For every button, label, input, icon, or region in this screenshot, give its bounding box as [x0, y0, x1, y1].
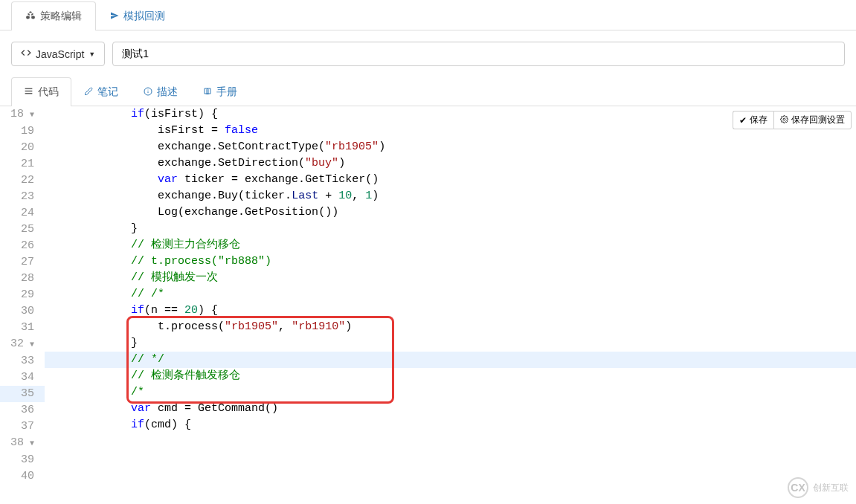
book-icon: [203, 86, 212, 98]
line-number: 34: [0, 369, 45, 386]
line-number: 25: [0, 222, 45, 238]
line-number: 39: [0, 452, 45, 468]
code-line[interactable]: exchange.SetDirection("buy"): [45, 155, 856, 172]
save-button[interactable]: ✔ 保存: [733, 111, 773, 129]
code-content[interactable]: if(isFirst) { isFirst = false exchange.S…: [45, 106, 856, 485]
gear-icon: [780, 115, 788, 126]
save-settings-button[interactable]: 保存回测设置: [773, 111, 852, 129]
code-line[interactable]: exchange.Buy(ticker.Last + 10, 1): [45, 188, 856, 204]
code-line[interactable]: if(n == 20) {: [45, 303, 856, 319]
code-editor[interactable]: 18 ▼1920212223242526272829303132 ▼333435…: [0, 106, 856, 485]
line-number: 33: [0, 353, 45, 369]
sub-tab-bar: 代码 笔记 描述 手册: [0, 77, 856, 106]
line-number: 23: [0, 189, 45, 205]
language-label: JavaScript: [36, 48, 84, 60]
code-icon: [21, 48, 31, 60]
tab-backtest[interactable]: 模拟回测: [96, 1, 179, 30]
code-line[interactable]: // 检测条件触发移仓: [45, 368, 856, 384]
edit-icon: [84, 86, 93, 98]
strategy-name-input[interactable]: [112, 42, 845, 66]
line-gutter: 18 ▼1920212223242526272829303132 ▼333435…: [0, 106, 45, 485]
info-icon: [144, 86, 152, 98]
info-row: JavaScript ▼: [0, 30, 856, 77]
caret-down-icon: ▼: [89, 51, 95, 58]
code-line[interactable]: // */: [45, 352, 856, 368]
editor-toolbar: ✔ 保存 保存回测设置: [733, 111, 852, 129]
tab-code[interactable]: 代码: [11, 77, 71, 106]
sub-tab-label: 描述: [157, 85, 178, 99]
language-dropdown[interactable]: JavaScript ▼: [11, 42, 105, 66]
line-number: 18 ▼: [0, 106, 45, 123]
code-line[interactable]: if(cmd) {: [45, 417, 856, 433]
watermark-logo: CX: [788, 477, 808, 485]
line-number: 40: [0, 468, 45, 485]
code-line[interactable]: }: [45, 221, 856, 237]
line-number: 27: [0, 254, 45, 271]
line-number: 30: [0, 303, 45, 320]
cubes-icon: [25, 10, 36, 23]
code-line[interactable]: // t.process("rb888"): [45, 253, 856, 270]
editor-wrap: ✔ 保存 保存回测设置 18 ▼192021222324252627282930…: [0, 106, 856, 485]
line-number: 26: [0, 238, 45, 254]
list-icon: [24, 86, 33, 98]
code-line[interactable]: t.process("rb1905", "rb1910"): [45, 319, 856, 335]
sub-tab-label: 代码: [38, 85, 59, 99]
tab-label: 策略编辑: [40, 10, 82, 23]
code-line[interactable]: /*: [45, 384, 856, 401]
sub-tab-label: 手册: [216, 85, 237, 99]
line-number: 19: [0, 123, 45, 140]
code-line[interactable]: Log(exchange.GetPosition()): [45, 204, 856, 221]
tab-label: 模拟回测: [123, 10, 165, 23]
code-line[interactable]: }: [45, 335, 856, 352]
line-number: 24: [0, 205, 45, 222]
code-line[interactable]: var cmd = GetCommand(): [45, 401, 856, 417]
watermark-text: 创新互联: [813, 482, 849, 485]
code-line[interactable]: var ticker = exchange.GetTicker(): [45, 172, 856, 188]
top-tab-bar: 策略编辑 模拟回测: [0, 1, 856, 30]
paper-plane-icon: [110, 10, 119, 22]
code-line[interactable]: exchange.SetContractType("rb1905"): [45, 139, 856, 155]
line-number: 32 ▼: [0, 336, 45, 353]
line-number: 31: [0, 320, 45, 336]
line-number: 29: [0, 287, 45, 303]
line-number: 38 ▼: [0, 435, 45, 452]
line-number: 35: [0, 386, 45, 402]
tab-strategy-edit[interactable]: 策略编辑: [11, 1, 96, 30]
code-line[interactable]: // 模拟触发一次: [45, 270, 856, 286]
line-number: 28: [0, 271, 45, 287]
tab-desc[interactable]: 描述: [131, 77, 190, 106]
line-number: 20: [0, 140, 45, 156]
tab-notes[interactable]: 笔记: [71, 77, 131, 106]
code-line[interactable]: // 检测主力合约移仓: [45, 237, 856, 253]
watermark: CX 创新互联: [788, 477, 849, 485]
line-number: 21: [0, 156, 45, 172]
button-label: 保存回测设置: [791, 114, 845, 126]
svg-point-6: [783, 118, 785, 120]
line-number: 22: [0, 172, 45, 189]
tab-manual[interactable]: 手册: [190, 77, 250, 106]
line-number: 36: [0, 402, 45, 419]
line-number: 37: [0, 419, 45, 435]
svg-point-5: [148, 90, 149, 91]
button-label: 保存: [750, 114, 767, 126]
code-line[interactable]: // /*: [45, 286, 856, 303]
sub-tab-label: 笔记: [97, 85, 118, 99]
check-icon: ✔: [739, 115, 747, 126]
